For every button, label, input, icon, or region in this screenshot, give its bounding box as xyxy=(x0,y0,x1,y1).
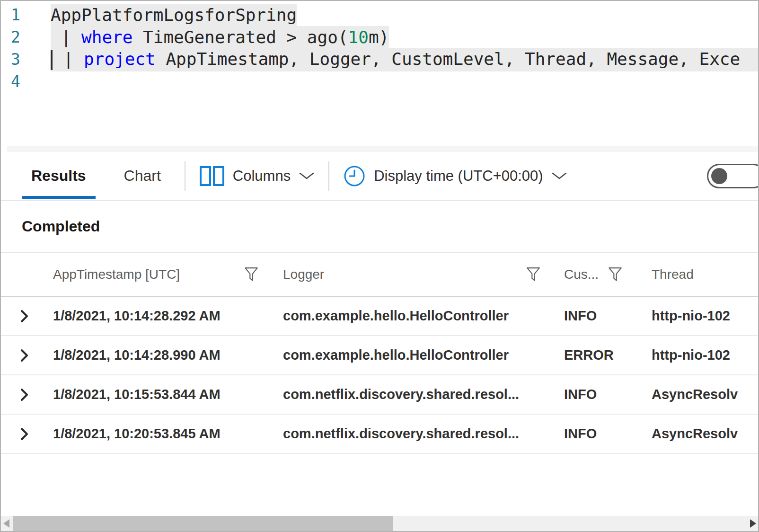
column-header-label: Logger xyxy=(283,267,324,282)
toolbar-separator xyxy=(185,161,185,191)
toolbar-separator xyxy=(328,161,329,191)
number-literal: 10 xyxy=(348,27,369,47)
cell-timestamp: 1/8/2021, 10:14:28.990 AM xyxy=(48,347,266,363)
cell-thread: AsyncResolv xyxy=(637,387,758,402)
table-row[interactable]: 1/8/2021, 10:15:53.844 AM com.netflix.di… xyxy=(1,375,758,415)
pipe-operator: | xyxy=(51,27,81,47)
query-table-name: AppPlatformLogsforSpring xyxy=(51,5,297,25)
projected-columns: AppTimestamp, Logger, CustomLevel, Threa… xyxy=(156,49,740,69)
filter-icon[interactable] xyxy=(526,267,540,282)
text-cursor xyxy=(51,50,53,70)
columns-button[interactable]: Columns xyxy=(200,166,314,186)
filter-icon[interactable] xyxy=(244,267,258,282)
code-line-3[interactable]: 3 | project AppTimestamp, Logger, Custom… xyxy=(1,48,758,71)
filter-icon[interactable] xyxy=(608,267,622,282)
line-number: 2 xyxy=(1,28,30,46)
cell-level: ERROR xyxy=(550,347,637,363)
cell-logger: com.netflix.discovery.shared.resol... xyxy=(266,387,550,402)
query-expression-end: m) xyxy=(369,27,389,47)
clock-icon xyxy=(344,165,365,187)
keyword-project: project xyxy=(84,49,156,69)
cell-thread: http-nio-102 xyxy=(637,308,758,324)
columns-label: Columns xyxy=(233,168,291,185)
scroll-right-arrow-icon[interactable] xyxy=(750,519,756,528)
column-header-label: Cus... xyxy=(564,267,599,282)
toggle-switch[interactable] xyxy=(707,164,759,188)
cell-level: INFO xyxy=(550,426,637,442)
column-header-logger[interactable]: Logger xyxy=(266,267,550,282)
cell-timestamp: 1/8/2021, 10:20:53.845 AM xyxy=(48,426,266,442)
cell-logger: com.example.hello.HelloController xyxy=(266,308,550,324)
cell-timestamp: 1/8/2021, 10:15:53.844 AM xyxy=(48,387,266,402)
log-query-results-panel: 1 AppPlatformLogsforSpring 2 | where Tim… xyxy=(0,0,759,532)
tab-results[interactable]: Results xyxy=(22,152,96,200)
tab-chart[interactable]: Chart xyxy=(115,152,170,200)
chevron-down-icon xyxy=(299,172,314,180)
tab-chart-label: Chart xyxy=(124,167,161,185)
table-row[interactable]: 1/8/2021, 10:14:28.292 AM com.example.he… xyxy=(1,297,758,336)
cell-level: INFO xyxy=(550,387,637,402)
editor-results-divider xyxy=(7,146,758,152)
row-expander[interactable] xyxy=(1,310,48,323)
row-expander[interactable] xyxy=(1,349,48,362)
pipe-operator: | xyxy=(53,49,84,69)
chevron-right-icon xyxy=(20,310,29,323)
code-line-1[interactable]: 1 AppPlatformLogsforSpring xyxy=(1,4,758,26)
chevron-down-icon xyxy=(552,172,567,180)
column-header-thread[interactable]: Thread xyxy=(637,267,758,282)
table-row[interactable]: 1/8/2021, 10:14:28.990 AM com.example.he… xyxy=(1,336,758,375)
keyword-where: where xyxy=(81,27,132,47)
cell-thread: AsyncResolv xyxy=(637,426,758,442)
query-expression: TimeGenerated > ago( xyxy=(132,27,348,47)
scroll-left-arrow-icon[interactable] xyxy=(3,519,9,528)
query-status-row: Completed xyxy=(1,201,758,253)
cell-thread: http-nio-102 xyxy=(637,347,758,363)
code-line-2[interactable]: 2 | where TimeGenerated > ago(10m) xyxy=(1,26,758,48)
cell-logger: com.example.hello.HelloController xyxy=(266,347,550,363)
tab-results-label: Results xyxy=(31,167,86,185)
query-editor[interactable]: 1 AppPlatformLogsforSpring 2 | where Tim… xyxy=(1,1,758,146)
column-header-label: Thread xyxy=(652,267,694,282)
row-expander[interactable] xyxy=(1,388,48,401)
results-table-header: AppTimestamp [UTC] Logger Cus... xyxy=(1,253,758,297)
column-header-apptimestamp[interactable]: AppTimestamp [UTC] xyxy=(48,267,266,282)
column-header-label: AppTimestamp [UTC] xyxy=(53,267,180,282)
horizontal-scrollbar[interactable] xyxy=(1,516,758,531)
line-number: 3 xyxy=(1,50,30,69)
chevron-right-icon xyxy=(20,388,29,401)
columns-icon xyxy=(200,166,224,186)
chevron-right-icon xyxy=(20,427,29,441)
line-number: 4 xyxy=(1,72,30,91)
cell-level: INFO xyxy=(550,308,637,324)
status-label: Completed xyxy=(22,218,100,235)
cell-logger: com.netflix.discovery.shared.resol... xyxy=(266,426,550,442)
display-time-button[interactable]: Display time (UTC+00:00) xyxy=(344,165,566,187)
cell-timestamp: 1/8/2021, 10:14:28.292 AM xyxy=(48,308,266,324)
toggle-knob xyxy=(711,168,727,184)
line-number: 1 xyxy=(1,6,30,24)
code-line-4[interactable]: 4 xyxy=(1,71,758,93)
column-header-customlevel[interactable]: Cus... xyxy=(550,267,637,282)
results-toolbar: Results Chart Columns xyxy=(1,152,758,201)
chevron-right-icon xyxy=(20,349,29,362)
table-row[interactable]: 1/8/2021, 10:20:53.845 AM com.netflix.di… xyxy=(1,415,758,454)
table-empty-area xyxy=(1,454,758,516)
display-time-label: Display time (UTC+00:00) xyxy=(374,168,543,185)
scrollbar-thumb[interactable] xyxy=(13,516,393,531)
row-expander[interactable] xyxy=(1,427,48,441)
